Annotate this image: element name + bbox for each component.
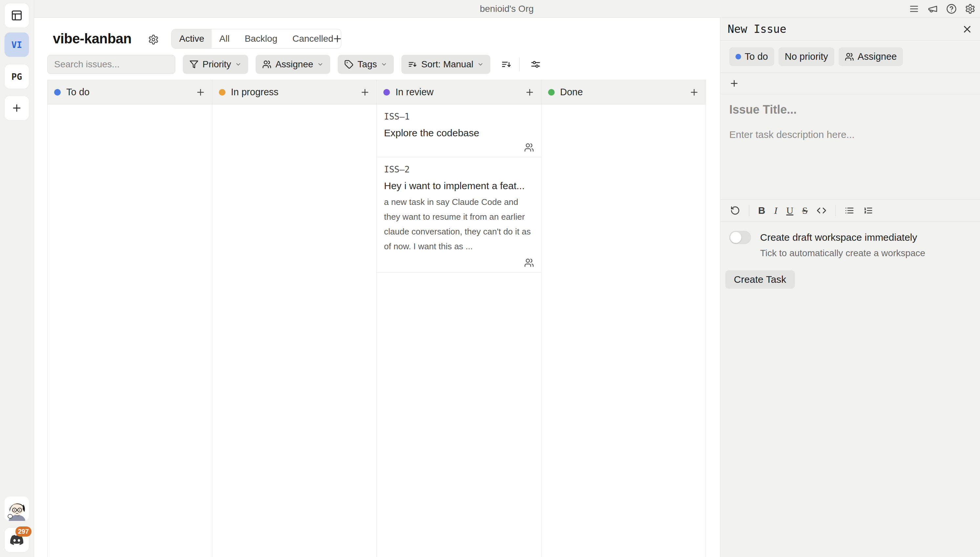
issue-title: Explore the codebase (384, 127, 534, 138)
italic-button[interactable]: I (774, 205, 777, 215)
add-workspace-button[interactable] (5, 96, 29, 120)
app-root: VI PG (0, 0, 980, 557)
board-columns: To do In progress (47, 80, 706, 557)
issue-form: Issue Title... Enter task description he… (720, 94, 980, 199)
status-dot (548, 89, 555, 96)
settings-button[interactable] (965, 3, 975, 14)
code-icon (816, 205, 826, 215)
toggle-label: Create draft workspace immediately (760, 232, 917, 243)
code-button[interactable] (816, 205, 826, 215)
tab-all[interactable]: All (212, 29, 237, 48)
create-workspace-toggle[interactable] (729, 231, 751, 244)
strikethrough-button[interactable]: S (802, 205, 808, 215)
tab-active[interactable]: Active (172, 29, 212, 48)
search-input[interactable] (47, 55, 175, 74)
toggle-hint: Tick to automatically create a workspace (760, 248, 971, 259)
project-title: vibe-kanban (53, 31, 131, 47)
display-options-button[interactable] (531, 59, 541, 70)
top-bar: benioid's Org (34, 0, 980, 18)
help-icon (946, 3, 957, 14)
create-task-button[interactable]: Create Task (725, 270, 795, 289)
add-view-button[interactable] (332, 34, 342, 44)
view-tabs: Active All Backlog Cancelled (171, 29, 341, 49)
issue-properties: To do No priority Assignee (720, 41, 980, 73)
issue-description-input[interactable]: Enter task description here... (729, 129, 971, 140)
add-property-button[interactable] (729, 78, 739, 88)
toggle-knob (730, 232, 741, 243)
assignee-chip[interactable]: Assignee (839, 47, 903, 66)
add-card-button[interactable] (360, 87, 370, 97)
ordered-list-button[interactable] (863, 205, 873, 215)
add-card-button[interactable] (525, 87, 535, 97)
status-dot (735, 54, 741, 59)
divider (835, 205, 836, 216)
filter-toolbar: Priority Assignee Tags (47, 55, 541, 74)
notification-badge: 297 (15, 526, 31, 537)
workspace-sidebar: VI PG (0, 0, 34, 557)
column-in-progress: In progress (213, 80, 377, 557)
kanban-board: vibe-kanban Active All Backlog Cancelled… (34, 18, 720, 557)
bold-button[interactable]: B (758, 205, 765, 215)
workspace-initials: VI (11, 40, 22, 50)
issue-card[interactable]: ISS–1 Explore the codebase (377, 104, 541, 157)
topbar-actions (909, 0, 975, 18)
panel-actions: Create Task (720, 259, 980, 289)
sliders-icon (531, 59, 541, 70)
chevron-down-icon (317, 61, 324, 68)
menu-button[interactable] (909, 3, 919, 14)
tags-filter-button[interactable]: Tags (338, 55, 394, 74)
menu-icon (909, 3, 919, 14)
issue-title-input[interactable]: Issue Title... (729, 103, 971, 117)
editor-toolbar: B I U S (720, 199, 980, 221)
add-property-row (720, 73, 980, 94)
sort-icon (408, 60, 417, 69)
workspace-initials: PG (11, 72, 22, 82)
column-header: To do (48, 80, 212, 104)
gear-icon (148, 34, 159, 45)
status-dot (219, 89, 226, 96)
priority-chip[interactable]: No priority (779, 47, 834, 66)
priority-filter-button[interactable]: Priority (183, 55, 248, 74)
add-card-button[interactable] (689, 87, 699, 97)
plus-icon (11, 103, 22, 114)
issue-card[interactable]: ISS–2 Hey i want to implement a feat... … (377, 157, 541, 273)
sidebar-item-pg-workspace[interactable]: PG (5, 64, 29, 89)
sort-filter-button[interactable]: Sort: Manual (401, 55, 490, 74)
chevron-down-icon (235, 61, 242, 68)
close-panel-button[interactable] (962, 24, 973, 35)
assignee-filter-button[interactable]: Assignee (256, 55, 330, 74)
add-card-button[interactable] (196, 87, 206, 97)
issue-id: ISS–1 (384, 112, 534, 122)
announcements-button[interactable] (928, 3, 938, 14)
underline-button[interactable]: U (786, 205, 793, 215)
panels-icon (11, 10, 23, 21)
org-title: benioid's Org (480, 3, 534, 14)
tab-backlog[interactable]: Backlog (237, 29, 285, 48)
column-done: Done (542, 80, 706, 557)
undo-button[interactable] (730, 205, 740, 215)
chevron-down-icon (381, 61, 387, 68)
ordered-list-icon (863, 205, 873, 215)
sidebar-item-projects[interactable] (5, 3, 29, 28)
sort-direction-button[interactable] (501, 59, 512, 70)
status-chip[interactable]: To do (729, 47, 774, 66)
status-dot (54, 89, 61, 96)
plus-icon (360, 87, 370, 97)
column-header: Done (542, 80, 706, 104)
megaphone-icon (928, 3, 938, 14)
sort-icon (501, 59, 512, 70)
users-icon (262, 60, 271, 69)
avatar[interactable] (5, 497, 29, 521)
status-dot (383, 89, 390, 96)
users-icon (524, 258, 534, 268)
column-header: In progress (213, 80, 377, 104)
discord-button[interactable]: 297 (5, 528, 29, 552)
chevron-down-icon (477, 61, 484, 68)
sidebar-item-vi-workspace[interactable]: VI (5, 33, 29, 57)
undo-icon (730, 205, 740, 215)
plus-icon (332, 34, 342, 44)
bullet-list-button[interactable] (844, 205, 854, 215)
help-button[interactable] (946, 3, 957, 14)
project-settings-button[interactable] (148, 34, 159, 45)
column-in-review: In review ISS–1 Explore the codebase (377, 80, 542, 557)
